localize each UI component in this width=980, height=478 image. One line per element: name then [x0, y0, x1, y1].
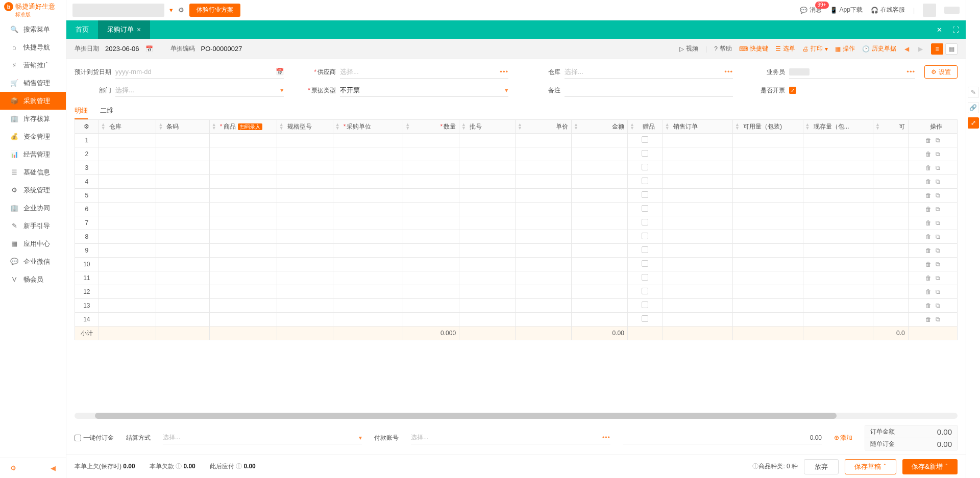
table-row[interactable]: 10🗑⧉ [75, 258, 958, 271]
messages-link[interactable]: 💬消息99+ [800, 6, 822, 14]
sort-icon[interactable]: ▲▼ [212, 123, 216, 130]
col-12[interactable]: ▲▼可用量（包装) [733, 120, 803, 134]
gift-checkbox[interactable] [642, 205, 648, 212]
delete-row-icon[interactable]: 🗑 [923, 219, 934, 227]
collapse-icon[interactable]: ◀ [51, 464, 56, 472]
col-2[interactable]: ▲▼条码 [156, 120, 209, 134]
need-invoice-checkbox[interactable]: ✓ [789, 87, 796, 94]
gift-checkbox[interactable] [642, 260, 648, 267]
sort-icon[interactable]: ▲▼ [101, 123, 106, 130]
gear-icon[interactable]: ⚙ [178, 6, 184, 14]
sort-icon[interactable]: ▲▼ [630, 123, 634, 130]
copy-row-icon[interactable]: ⧉ [934, 150, 942, 158]
delete-row-icon[interactable]: 🗑 [923, 164, 934, 171]
sort-icon[interactable]: ▲▼ [735, 123, 740, 130]
pay-amount-input[interactable]: 0.00 [623, 431, 822, 444]
remark-input[interactable] [565, 84, 733, 97]
history-link[interactable]: 🕑历史单据 [862, 44, 896, 53]
table-row[interactable]: 6🗑⧉ [75, 203, 958, 216]
nav-item-10[interactable]: 🏢企业协同 [0, 199, 66, 217]
copy-row-icon[interactable]: ⧉ [934, 288, 942, 295]
col-3[interactable]: ▲▼*商品扫码录入 [209, 120, 277, 134]
nav-item-11[interactable]: ✎新手引导 [0, 217, 66, 235]
table-row[interactable]: 14🗑⧉ [75, 313, 958, 326]
settings-icon[interactable]: ⚙ [10, 464, 16, 472]
table-row[interactable]: 9🗑⧉ [75, 244, 958, 258]
subtab-0[interactable]: 明细 [75, 103, 88, 119]
sort-icon[interactable]: ▲▼ [335, 123, 340, 130]
copy-row-icon[interactable]: ⧉ [934, 247, 942, 254]
nav-item-2[interactable]: ♯营销推广 [0, 56, 66, 74]
delete-row-icon[interactable]: 🗑 [923, 192, 934, 199]
nav-item-13[interactable]: 💬企业微信 [0, 253, 66, 270]
sort-icon[interactable]: ▲▼ [405, 123, 410, 130]
table-row[interactable]: 13🗑⧉ [75, 299, 958, 313]
account-select[interactable]: 选择...••• [411, 431, 610, 444]
more-icon[interactable]: ••• [500, 68, 508, 76]
print-link[interactable]: 🖨打印▾ [802, 44, 828, 53]
doc-date-value[interactable]: 2023-06-06 [105, 45, 139, 53]
copy-row-icon[interactable]: ⧉ [934, 178, 942, 185]
more-icon[interactable]: ••• [906, 68, 915, 76]
gift-checkbox[interactable] [642, 136, 648, 143]
rail-expand-icon[interactable]: ⤢ [968, 117, 979, 129]
gift-checkbox[interactable] [642, 164, 648, 170]
rail-note-icon[interactable]: ✎ [968, 87, 979, 98]
salesman-select[interactable]: ••• [789, 65, 915, 79]
select-link[interactable]: ☰选单 [775, 44, 795, 53]
nav-item-8[interactable]: ☰基础信息 [0, 163, 66, 181]
warehouse-select[interactable]: 选择...••• [565, 65, 733, 79]
nav-item-3[interactable]: 🛒销售管理 [0, 74, 66, 92]
table-row[interactable]: 1🗑⧉ [75, 134, 958, 147]
chevron-down-icon[interactable]: ▾ [505, 86, 508, 94]
add-payment-button[interactable]: ⊕添加 [834, 434, 852, 442]
col-13[interactable]: ▲▼现存量（包... [803, 120, 873, 134]
trial-button[interactable]: 体验行业方案 [189, 4, 240, 17]
sort-icon[interactable]: ▲▼ [665, 123, 670, 130]
gear-icon[interactable]: ⚙ [84, 123, 89, 130]
tab-1[interactable]: 采购订单× [98, 20, 150, 39]
calendar-icon[interactable]: 📅 [145, 45, 153, 53]
nav-item-5[interactable]: 🏢库存核算 [0, 110, 66, 128]
info-icon[interactable]: ⓘ [176, 463, 182, 470]
scan-badge[interactable]: 扫码录入 [238, 123, 262, 130]
save-draft-button[interactable]: 保存草稿˄ [845, 459, 896, 474]
chevron-down-icon[interactable]: ▾ [280, 86, 284, 94]
tab-0[interactable]: 首页 [66, 20, 98, 39]
sort-icon[interactable]: ▲▼ [805, 123, 810, 130]
delete-row-icon[interactable]: 🗑 [923, 302, 934, 309]
col-7[interactable]: ▲▼批号 [459, 120, 516, 134]
table-row[interactable]: 8🗑⧉ [75, 230, 958, 244]
col-5[interactable]: ▲▼*采购单位 [333, 120, 403, 134]
avatar[interactable] [923, 4, 936, 17]
onekey-deposit-checkbox[interactable]: 一键付订金 [75, 434, 114, 442]
nav-item-7[interactable]: 📊经营管理 [0, 145, 66, 163]
copy-row-icon[interactable]: ⧉ [934, 274, 942, 282]
copy-row-icon[interactable]: ⧉ [934, 261, 942, 268]
gift-checkbox[interactable] [642, 191, 648, 198]
sort-icon[interactable]: ▲▼ [279, 123, 284, 130]
nav-item-0[interactable]: 🔍搜索菜单 [0, 20, 66, 38]
delete-row-icon[interactable]: 🗑 [923, 233, 934, 240]
copy-row-icon[interactable]: ⧉ [934, 192, 942, 199]
gift-checkbox[interactable] [642, 246, 648, 253]
company-selector[interactable] [72, 4, 164, 17]
dept-select[interactable]: 选择...▾ [115, 84, 284, 97]
view-list-icon[interactable]: ≡ [931, 43, 943, 55]
delete-row-icon[interactable]: 🗑 [923, 288, 934, 295]
gift-checkbox[interactable] [642, 233, 648, 239]
next-doc-icon[interactable]: ▶ [917, 45, 924, 53]
sort-icon[interactable]: ▲▼ [461, 123, 466, 130]
delete-row-icon[interactable]: 🗑 [923, 316, 934, 323]
sort-icon[interactable]: ▲▼ [875, 123, 880, 130]
col-4[interactable]: ▲▼规格型号 [277, 120, 333, 134]
app-download-link[interactable]: 📱App下载 [830, 6, 863, 14]
copy-row-icon[interactable]: ⧉ [934, 316, 942, 323]
col-15[interactable]: 操作 [908, 120, 957, 134]
save-new-button[interactable]: 保存&新增˄ [902, 459, 958, 474]
prev-doc-icon[interactable]: ◀ [903, 45, 910, 53]
customer-service-link[interactable]: 🎧在线客服 [871, 6, 905, 14]
table-row[interactable]: 11🗑⧉ [75, 271, 958, 285]
col-10[interactable]: ▲▼赠品 [627, 120, 663, 134]
gift-checkbox[interactable] [642, 301, 648, 308]
